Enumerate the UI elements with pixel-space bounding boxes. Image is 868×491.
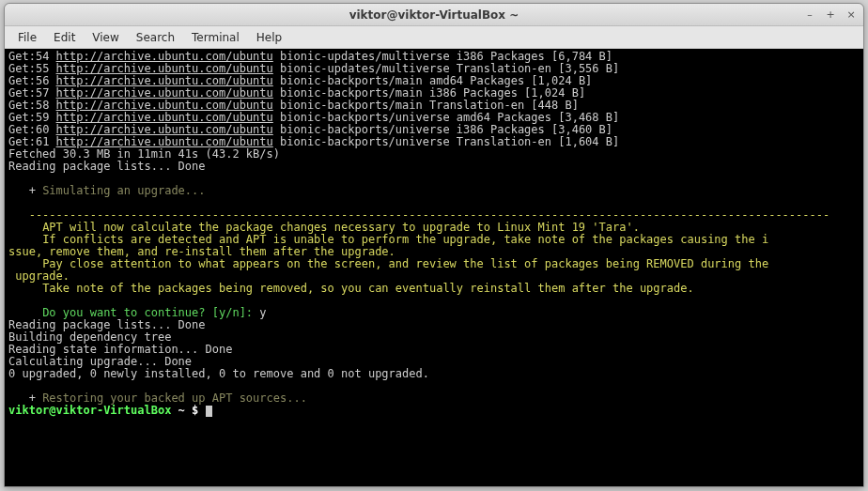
- titlebar[interactable]: viktor@viktor-VirtualBox ~ – + ×: [5, 4, 863, 26]
- apt-info: Pay close attention to what appears on t…: [8, 258, 860, 270]
- window-title: viktor@viktor-VirtualBox ~: [5, 8, 863, 22]
- minimize-button[interactable]: –: [803, 8, 816, 22]
- window-controls: – + ×: [803, 8, 858, 22]
- cursor-icon: [206, 406, 212, 417]
- apt-info: Take note of the packages being removed,…: [8, 283, 860, 295]
- menubar: File Edit View Search Terminal Help: [5, 26, 863, 49]
- reading-line: Reading package lists... Done: [8, 161, 860, 173]
- simulating-line: + Simulating an upgrade...: [8, 185, 860, 197]
- menu-search[interactable]: Search: [129, 28, 182, 47]
- menu-file[interactable]: File: [10, 28, 44, 47]
- shell-prompt[interactable]: viktor@viktor-VirtualBox ~ $: [8, 405, 860, 417]
- close-button[interactable]: ×: [845, 8, 858, 22]
- maximize-button[interactable]: +: [824, 8, 837, 22]
- menu-edit[interactable]: Edit: [46, 28, 83, 47]
- menu-view[interactable]: View: [85, 28, 126, 47]
- menu-terminal[interactable]: Terminal: [184, 28, 247, 47]
- terminal-output[interactable]: Get:54 http://archive.ubuntu.com/ubuntu …: [5, 49, 863, 486]
- menu-help[interactable]: Help: [249, 28, 289, 47]
- terminal-window: viktor@viktor-VirtualBox ~ – + × File Ed…: [4, 3, 864, 487]
- post-line: 0 upgraded, 0 newly installed, 0 to remo…: [8, 368, 860, 380]
